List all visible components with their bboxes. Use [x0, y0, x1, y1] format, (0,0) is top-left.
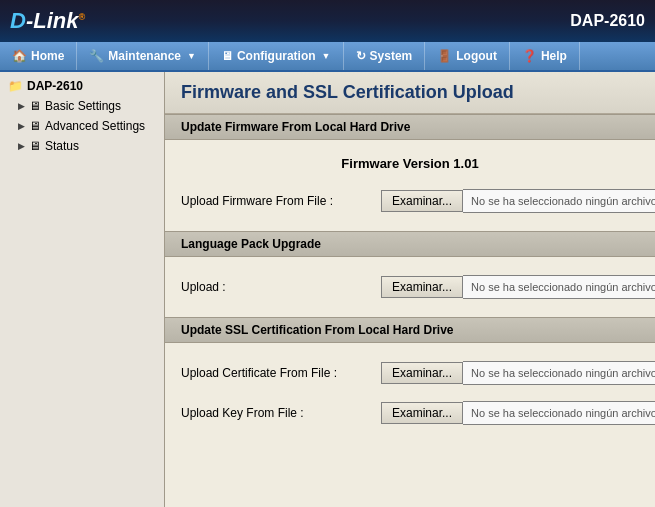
- section-ssl-body: Upload Certificate From File : Examinar.…: [165, 343, 655, 443]
- folder-icon: 📁: [8, 79, 23, 93]
- section-firmware-body: Firmware Version 1.01 Upload Firmware Fr…: [165, 140, 655, 231]
- home-icon: 🏠: [12, 49, 27, 63]
- upload-key-row: Upload Key From File : Examinar... No se…: [181, 393, 639, 433]
- certificate-file-display: No se ha seleccionado ningún archivo.: [463, 361, 655, 385]
- header: D-Link® DAP-2610: [0, 0, 655, 42]
- upload-firmware-controls: Examinar... No se ha seleccionado ningún…: [381, 189, 655, 213]
- upload-language-controls: Examinar... No se ha seleccionado ningún…: [381, 275, 655, 299]
- upload-language-label: Upload :: [181, 280, 381, 294]
- nav-home-label: Home: [31, 49, 64, 63]
- navbar: 🏠 Home 🔧 Maintenance ▼ 🖥 Configuration ▼…: [0, 42, 655, 72]
- logout-icon: 🚪: [437, 49, 452, 63]
- nav-configuration[interactable]: 🖥 Configuration ▼: [209, 42, 344, 70]
- maintenance-icon: 🔧: [89, 49, 104, 63]
- upload-firmware-row: Upload Firmware From File : Examinar... …: [181, 181, 639, 221]
- browse-firmware-button[interactable]: Examinar...: [381, 190, 463, 212]
- arrow-icon-2: ▶: [18, 121, 25, 131]
- key-file-display: No se ha seleccionado ningún archivo.: [463, 401, 655, 425]
- upload-key-controls: Examinar... No se ha seleccionado ningún…: [381, 401, 655, 425]
- browse-language-button[interactable]: Examinar...: [381, 276, 463, 298]
- content-area: Firmware and SSL Certification Upload Up…: [165, 72, 655, 507]
- page-title: Firmware and SSL Certification Upload: [181, 82, 639, 103]
- configuration-arrow-icon: ▼: [322, 51, 331, 61]
- nav-maintenance-label: Maintenance: [108, 49, 181, 63]
- monitor-icon-3: 🖥: [29, 139, 41, 153]
- section-language-header: Language Pack Upgrade: [165, 231, 655, 257]
- nav-help-label: Help: [541, 49, 567, 63]
- sidebar-root-label: DAP-2610: [27, 79, 83, 93]
- nav-home[interactable]: 🏠 Home: [0, 42, 77, 70]
- nav-configuration-label: Configuration: [237, 49, 316, 63]
- main-layout: 📁 DAP-2610 ▶ 🖥 Basic Settings ▶ 🖥 Advanc…: [0, 72, 655, 507]
- section-ssl: Update SSL Certification From Local Hard…: [165, 317, 655, 443]
- nav-logout[interactable]: 🚪 Logout: [425, 42, 510, 70]
- upload-language-row: Upload : Examinar... No se ha selecciona…: [181, 267, 639, 307]
- upload-certificate-row: Upload Certificate From File : Examinar.…: [181, 353, 639, 393]
- section-ssl-header: Update SSL Certification From Local Hard…: [165, 317, 655, 343]
- arrow-icon-3: ▶: [18, 141, 25, 151]
- monitor-icon: 🖥: [29, 99, 41, 113]
- upload-certificate-label: Upload Certificate From File :: [181, 366, 381, 380]
- section-language-body: Upload : Examinar... No se ha selecciona…: [165, 257, 655, 317]
- section-update-firmware: Update Firmware From Local Hard Drive Fi…: [165, 114, 655, 231]
- firmware-version-label: Firmware Version 1.01: [181, 150, 639, 181]
- upload-certificate-controls: Examinar... No se ha seleccionado ningún…: [381, 361, 655, 385]
- sidebar-status-label: Status: [45, 139, 79, 153]
- model-label: DAP-2610: [570, 12, 645, 30]
- system-icon: ↻: [356, 49, 366, 63]
- upload-firmware-label: Upload Firmware From File :: [181, 194, 381, 208]
- sidebar-basic-settings-label: Basic Settings: [45, 99, 121, 113]
- language-file-display: No se ha seleccionado ningún archivo.: [463, 275, 655, 299]
- maintenance-arrow-icon: ▼: [187, 51, 196, 61]
- firmware-file-display: No se ha seleccionado ningún archivo.: [463, 189, 655, 213]
- section-language-pack: Language Pack Upgrade Upload : Examinar.…: [165, 231, 655, 317]
- arrow-icon: ▶: [18, 101, 25, 111]
- nav-maintenance[interactable]: 🔧 Maintenance ▼: [77, 42, 209, 70]
- monitor-icon-2: 🖥: [29, 119, 41, 133]
- section-firmware-header: Update Firmware From Local Hard Drive: [165, 114, 655, 140]
- upload-key-label: Upload Key From File :: [181, 406, 381, 420]
- configuration-icon: 🖥: [221, 49, 233, 63]
- sidebar-advanced-settings-label: Advanced Settings: [45, 119, 145, 133]
- logo: D-Link®: [10, 8, 85, 34]
- nav-logout-label: Logout: [456, 49, 497, 63]
- nav-system-label: System: [370, 49, 413, 63]
- sidebar-item-status[interactable]: ▶ 🖥 Status: [0, 136, 164, 156]
- browse-key-button[interactable]: Examinar...: [381, 402, 463, 424]
- sidebar-root: 📁 DAP-2610: [0, 76, 164, 96]
- nav-help[interactable]: ❓ Help: [510, 42, 580, 70]
- browse-certificate-button[interactable]: Examinar...: [381, 362, 463, 384]
- sidebar: 📁 DAP-2610 ▶ 🖥 Basic Settings ▶ 🖥 Advanc…: [0, 72, 165, 507]
- sidebar-item-advanced-settings[interactable]: ▶ 🖥 Advanced Settings: [0, 116, 164, 136]
- sidebar-item-basic-settings[interactable]: ▶ 🖥 Basic Settings: [0, 96, 164, 116]
- nav-system[interactable]: ↻ System: [344, 42, 426, 70]
- content-header: Firmware and SSL Certification Upload: [165, 72, 655, 114]
- logo-text: D-Link®: [10, 8, 85, 34]
- help-icon: ❓: [522, 49, 537, 63]
